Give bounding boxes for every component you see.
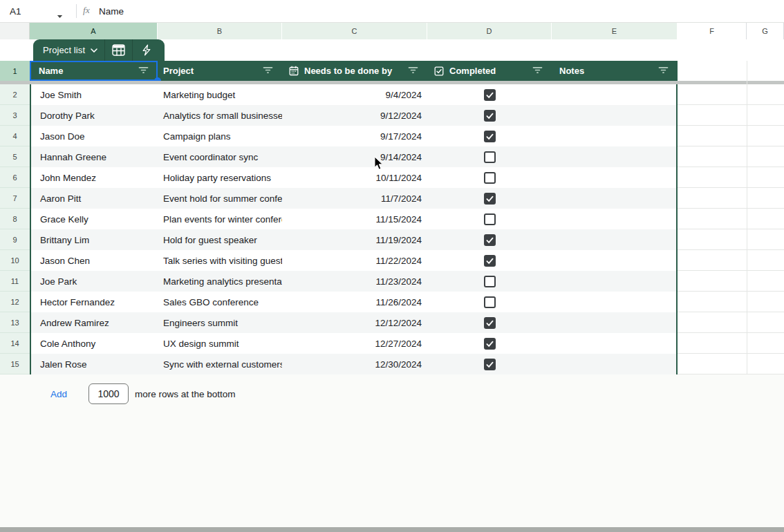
cell-completed[interactable]	[427, 312, 552, 333]
row-header-3[interactable]: 3	[0, 105, 30, 126]
completed-checkbox[interactable]	[484, 317, 496, 329]
add-rows-button[interactable]: Add	[50, 389, 67, 399]
table-view-button[interactable]	[105, 39, 132, 61]
row-header-8[interactable]: 8	[0, 209, 30, 229]
row-header-11[interactable]: 11	[0, 271, 30, 292]
cell-name[interactable]: Jason Doe	[31, 126, 158, 146]
select-all-corner[interactable]	[0, 23, 30, 39]
filter-icon[interactable]	[263, 66, 273, 74]
completed-checkbox[interactable]	[484, 213, 496, 225]
completed-checkbox[interactable]	[484, 255, 496, 267]
cell-due-date[interactable]: 9/12/2024	[282, 105, 427, 126]
row-header-13[interactable]: 13	[0, 312, 30, 333]
cell-project[interactable]: Holiday party reservations	[158, 167, 282, 188]
cell-completed[interactable]	[427, 126, 552, 146]
cell-completed[interactable]	[427, 84, 552, 105]
table-chip[interactable]: Project list	[33, 39, 165, 61]
cell-notes[interactable]	[552, 146, 676, 167]
cell-name[interactable]: Joe Smith	[31, 84, 158, 105]
cell-completed[interactable]	[427, 188, 552, 209]
column-header-C[interactable]: C	[282, 23, 427, 39]
cell-name[interactable]: Jason Chen	[31, 250, 158, 271]
cell-notes[interactable]	[552, 126, 676, 146]
completed-checkbox[interactable]	[484, 276, 496, 287]
cell-name[interactable]: Cole Anthony	[31, 333, 158, 354]
table-quick-actions-button[interactable]	[133, 39, 160, 61]
completed-checkbox[interactable]	[484, 172, 496, 184]
column-header-G[interactable]: G	[747, 23, 784, 39]
cell-notes[interactable]	[552, 84, 676, 105]
cell-name[interactable]: Brittany Lim	[31, 229, 158, 250]
cell-project[interactable]: Event hold for summer conference	[158, 188, 282, 209]
cell-project[interactable]: Campaign plans	[158, 126, 282, 146]
bottom-scrollbar[interactable]	[0, 527, 784, 532]
cell-name[interactable]: Dorothy Park	[31, 105, 158, 126]
filter-icon[interactable]	[658, 66, 669, 74]
cell-name[interactable]: Grace Kelly	[31, 209, 158, 229]
cell-name[interactable]: Hannah Greene	[31, 146, 158, 167]
cell-due-date[interactable]: 9/14/2024	[282, 146, 427, 167]
row-header-9[interactable]: 9	[0, 229, 30, 250]
cell-project[interactable]: Analytics for small businesses	[158, 105, 282, 126]
cell-completed[interactable]	[427, 250, 552, 271]
completed-checkbox[interactable]	[484, 151, 496, 163]
cell-due-date[interactable]: 12/27/2024	[282, 333, 427, 354]
completed-checkbox[interactable]	[484, 234, 496, 246]
cell-name[interactable]: Andrew Ramirez	[31, 312, 158, 333]
cell-completed[interactable]	[427, 354, 552, 374]
cell-notes[interactable]	[552, 105, 676, 126]
row-header-15[interactable]: 15	[0, 354, 30, 374]
name-box-chevron-down-icon[interactable]	[57, 9, 63, 21]
cell-due-date[interactable]: 9/17/2024	[282, 126, 427, 146]
cell-notes[interactable]	[552, 229, 676, 250]
cell-project[interactable]: Event coordinator sync	[158, 146, 282, 167]
empty-grid-area[interactable]	[678, 84, 784, 374]
table-column-header-completed[interactable]: Completed	[427, 61, 552, 81]
completed-checkbox[interactable]	[484, 338, 496, 350]
row-header-2[interactable]: 2	[0, 84, 30, 105]
column-header-E[interactable]: E	[552, 23, 678, 39]
cell-project[interactable]: UX design summit	[158, 333, 282, 354]
cell-completed[interactable]	[427, 146, 552, 167]
cell-completed[interactable]	[427, 292, 552, 312]
table-chip-menu[interactable]: Project list	[33, 39, 104, 61]
cell-due-date[interactable]: 11/19/2024	[282, 229, 427, 250]
filter-icon[interactable]	[138, 66, 149, 74]
cell-due-date[interactable]: 12/12/2024	[282, 312, 427, 333]
cell-name[interactable]: Joe Park	[31, 271, 158, 292]
cell-name[interactable]: Jalen Rose	[31, 354, 158, 374]
completed-checkbox[interactable]	[484, 193, 496, 205]
cell-completed[interactable]	[427, 333, 552, 354]
row-header-10[interactable]: 10	[0, 250, 30, 271]
row-header-7[interactable]: 7	[0, 188, 30, 209]
cell-name[interactable]: John Mendez	[31, 167, 158, 188]
column-header-D[interactable]: D	[427, 23, 552, 39]
cell-due-date[interactable]: 11/23/2024	[282, 271, 427, 292]
cell-due-date[interactable]: 11/22/2024	[282, 250, 427, 271]
completed-checkbox[interactable]	[484, 131, 496, 142]
cell-notes[interactable]	[552, 167, 676, 188]
cell-project[interactable]: Marketing analytics presentation	[158, 271, 282, 292]
filter-icon[interactable]	[408, 66, 418, 74]
cell-notes[interactable]	[552, 312, 676, 333]
cell-notes[interactable]	[552, 250, 676, 271]
cell-name[interactable]: Hector Fernandez	[31, 292, 158, 312]
cell-completed[interactable]	[427, 229, 552, 250]
cell-due-date[interactable]: 11/7/2024	[282, 188, 427, 209]
cell-project[interactable]: Engineers summit	[158, 312, 282, 333]
cell-project[interactable]: Sync with external customers	[158, 354, 282, 374]
row-header-5[interactable]: 5	[0, 146, 30, 167]
completed-checkbox[interactable]	[484, 110, 496, 122]
column-header-B[interactable]: B	[158, 23, 282, 39]
cell-name[interactable]: Aaron Pitt	[31, 188, 158, 209]
cell-completed[interactable]	[427, 167, 552, 188]
cell-notes[interactable]	[552, 209, 676, 229]
row-header-6[interactable]: 6	[0, 167, 30, 188]
cell-project[interactable]: Hold for guest speaker	[158, 229, 282, 250]
table-column-header-name[interactable]: Name	[30, 61, 158, 81]
cell-completed[interactable]	[427, 105, 552, 126]
cell-project[interactable]: Marketing budget	[158, 84, 282, 105]
row-header-12[interactable]: 12	[0, 292, 30, 312]
column-header-F[interactable]: F	[678, 23, 747, 39]
cell-notes[interactable]	[552, 271, 676, 292]
